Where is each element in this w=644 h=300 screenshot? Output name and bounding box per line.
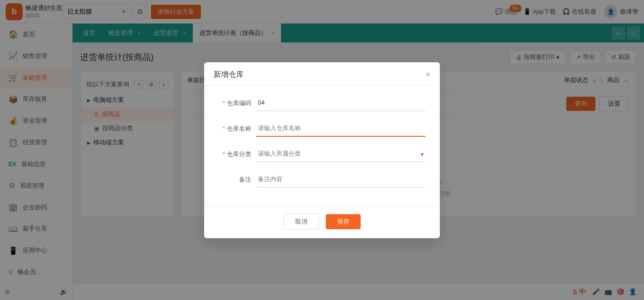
code-label: 仓库编码 bbox=[218, 99, 256, 108]
modal-header: 新增仓库 × bbox=[204, 62, 440, 86]
modal-footer: 取消 保存 bbox=[204, 207, 440, 238]
modal-overlay[interactable]: 新增仓库 × 仓库编码 仓库名称 仓库分类 ▾ bbox=[0, 0, 644, 300]
category-label: 仓库分类 bbox=[218, 150, 256, 158]
form-row-name: 仓库名称 bbox=[218, 121, 426, 137]
form-row-category: 仓库分类 ▾ bbox=[218, 146, 426, 162]
code-input[interactable] bbox=[256, 95, 426, 111]
category-select-wrap[interactable]: ▾ bbox=[256, 146, 426, 162]
form-row-remark: 备注 bbox=[218, 172, 426, 188]
form-row-code: 仓库编码 bbox=[218, 95, 426, 111]
modal-close-btn[interactable]: × bbox=[425, 70, 430, 79]
modal-body: 仓库编码 仓库名称 仓库分类 ▾ 备注 bbox=[204, 86, 440, 207]
save-button[interactable]: 保存 bbox=[326, 214, 361, 229]
cancel-button[interactable]: 取消 bbox=[283, 214, 319, 230]
modal-title: 新增仓库 bbox=[214, 70, 244, 80]
remark-label: 备注 bbox=[218, 175, 256, 184]
category-input[interactable] bbox=[256, 146, 426, 162]
name-input[interactable] bbox=[256, 121, 426, 137]
add-warehouse-modal: 新增仓库 × 仓库编码 仓库名称 仓库分类 ▾ bbox=[204, 62, 440, 238]
name-label: 仓库名称 bbox=[218, 125, 256, 133]
remark-input[interactable] bbox=[256, 172, 426, 188]
